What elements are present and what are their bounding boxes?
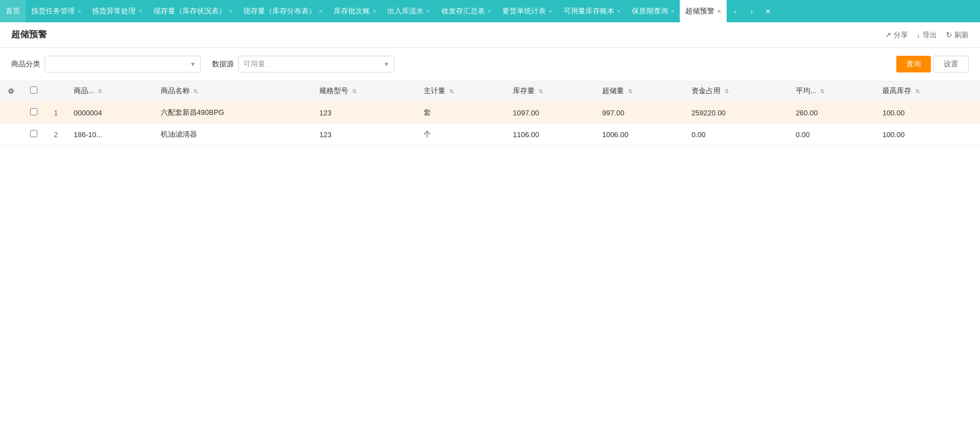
th-avg[interactable]: 平均... ⇅ — [789, 80, 876, 102]
table-row: 1 0000004 六配套新昌490BPG 123 套 1097.00 997.… — [0, 102, 980, 124]
header-actions: ↗ 分享 ↓ 导出 ↻ 刷新 — [885, 30, 969, 40]
query-button[interactable]: 查询 — [896, 56, 931, 72]
sort-icon: ⇅ — [915, 88, 920, 94]
datasource-label: 数据源 — [212, 59, 234, 69]
row-product-name: 六配套新昌490BPG — [154, 102, 313, 124]
datasource-filter-group: 数据源 可用量 ▼ — [212, 56, 395, 72]
table-header-row: ⚙ 商品... ⇅ 商品名称 ⇅ 规格型号 — [0, 80, 980, 102]
nav-inout[interactable]: 出入库流水 × — [382, 0, 435, 22]
row-stock: 1097.00 — [506, 102, 595, 124]
row-settings-cell — [0, 102, 22, 124]
nav-quality-check[interactable]: 保质期查询 × — [626, 0, 680, 22]
row-product-name: 机油滤清器 — [154, 124, 313, 146]
nav-available-stock[interactable]: 可用量库存账本 × — [558, 0, 626, 22]
category-label: 商品分类 — [11, 59, 40, 69]
row-product-code: 186-10... — [67, 124, 154, 146]
th-unit[interactable]: 主计量 ⇅ — [417, 80, 506, 102]
th-product-name[interactable]: 商品名称 ⇅ — [154, 80, 313, 102]
close-icon[interactable]: × — [671, 8, 674, 14]
row-overstock: 997.00 — [595, 102, 685, 124]
sort-icon: ⇅ — [193, 88, 198, 94]
datasource-select-text: 可用量 — [243, 59, 265, 69]
filter-bar: 商品分类 ▼ 数据源 可用量 ▼ 查询 设置 — [0, 48, 980, 80]
row-spec: 123 — [313, 124, 417, 146]
th-max-stock[interactable]: 最高库存 ⇅ — [876, 80, 980, 102]
page-title: 超储预警 — [11, 29, 47, 41]
settings-button[interactable]: 设置 — [933, 56, 969, 72]
row-unit: 套 — [417, 102, 506, 124]
close-icon[interactable]: × — [78, 8, 81, 14]
table-row: 2 186-10... 机油滤清器 123 个 1106.00 1006.00 … — [0, 124, 980, 146]
category-select[interactable]: ▼ — [45, 56, 201, 72]
th-spec[interactable]: 规格型号 ⇅ — [313, 80, 417, 102]
export-icon: ↓ — [917, 31, 921, 39]
share-button[interactable]: ↗ 分享 — [885, 30, 908, 40]
nav-overstock-alert[interactable]: 超储预警 × — [680, 0, 726, 22]
close-icon[interactable]: × — [138, 8, 142, 14]
export-button[interactable]: ↓ 导出 — [917, 30, 938, 40]
close-icon[interactable]: × — [488, 8, 491, 14]
row-checkbox[interactable] — [30, 130, 37, 137]
table-container: ⚙ 商品... ⇅ 商品名称 ⇅ 规格型号 — [0, 80, 980, 146]
nav-exception-handling[interactable]: 拣货异常处理 × — [87, 0, 147, 22]
chevron-down-icon: ▼ — [383, 61, 390, 67]
settings-column-header[interactable]: ⚙ — [0, 80, 22, 102]
refresh-button[interactable]: ↻ 刷新 — [946, 30, 969, 40]
nav-prev-arrow[interactable]: ‹ — [727, 0, 743, 22]
row-capital: 0.00 — [685, 124, 789, 146]
nav-next-arrow[interactable]: › — [743, 0, 760, 22]
close-icon[interactable]: × — [373, 8, 376, 14]
th-capital[interactable]: 资金占用 ⇅ — [685, 80, 789, 102]
nav-summary[interactable]: 收发存汇总表 × — [436, 0, 497, 22]
row-product-code: 0000004 — [67, 102, 154, 124]
close-icon[interactable]: × — [717, 8, 720, 14]
row-checkbox[interactable] — [30, 108, 37, 115]
gear-icon: ⚙ — [8, 87, 15, 95]
th-product-code[interactable]: 商品... ⇅ — [67, 80, 154, 102]
close-icon[interactable]: × — [549, 8, 552, 14]
row-capital: 259220.00 — [685, 102, 789, 124]
checkbox-column-header[interactable] — [22, 80, 45, 102]
close-icon[interactable]: × — [319, 8, 322, 14]
data-table: ⚙ 商品... ⇅ 商品名称 ⇅ 规格型号 — [0, 80, 980, 146]
sort-icon: ⇅ — [628, 88, 632, 94]
row-avg: 260.00 — [789, 102, 876, 124]
sort-icon: ⇅ — [820, 88, 824, 94]
sort-icon: ⇅ — [98, 88, 102, 94]
row-checkbox-cell[interactable] — [22, 124, 45, 146]
sort-icon: ⇅ — [539, 88, 543, 94]
select-all-checkbox[interactable] — [30, 86, 37, 94]
row-number: 1 — [45, 102, 67, 124]
nav-home[interactable]: 首页 — [0, 0, 26, 22]
row-overstock: 1006.00 — [595, 124, 685, 146]
share-icon: ↗ — [885, 31, 891, 39]
sort-icon: ⇅ — [352, 88, 357, 94]
row-checkbox-cell[interactable] — [22, 102, 45, 124]
close-icon[interactable]: × — [617, 8, 621, 14]
page-content: 超储预警 ↗ 分享 ↓ 导出 ↻ 刷新 商品分类 ▼ 数据源 — [0, 22, 980, 446]
close-icon[interactable]: × — [229, 8, 232, 14]
th-stock[interactable]: 库存量 ⇅ — [506, 80, 595, 102]
table-body: 1 0000004 六配套新昌490BPG 123 套 1097.00 997.… — [0, 102, 980, 146]
row-stock: 1106.00 — [506, 124, 595, 146]
datasource-select[interactable]: 可用量 ▼ — [238, 56, 395, 72]
page-header: 超储预警 ↗ 分享 ↓ 导出 ↻ 刷新 — [0, 22, 980, 48]
nav-order-stats[interactable]: 要货单统计表 × — [497, 0, 558, 22]
th-overstock[interactable]: 超储量 ⇅ — [595, 80, 685, 102]
row-max-stock: 100.00 — [876, 124, 980, 146]
sort-icon: ⇅ — [724, 88, 729, 94]
row-number: 2 — [45, 124, 67, 146]
nav-batch[interactable]: 库存批次账 × — [328, 0, 382, 22]
row-avg: 0.00 — [789, 124, 876, 146]
nav-stock-dist[interactable]: 现存量（库存分布表） × — [238, 0, 328, 22]
nav-stock-status[interactable]: 现存量（库存状况表） × — [148, 0, 238, 22]
filter-action-buttons: 查询 设置 — [896, 56, 969, 72]
th-row-num — [45, 80, 67, 102]
row-max-stock: 100.00 — [876, 102, 980, 124]
row-spec: 123 — [313, 102, 417, 124]
close-icon[interactable]: × — [426, 8, 430, 14]
nav-close-arrow[interactable]: ✕ — [760, 0, 777, 22]
refresh-icon: ↻ — [946, 31, 952, 39]
category-filter-group: 商品分类 ▼ — [11, 56, 201, 72]
nav-task-management[interactable]: 拣货任务管理 × — [26, 0, 87, 22]
